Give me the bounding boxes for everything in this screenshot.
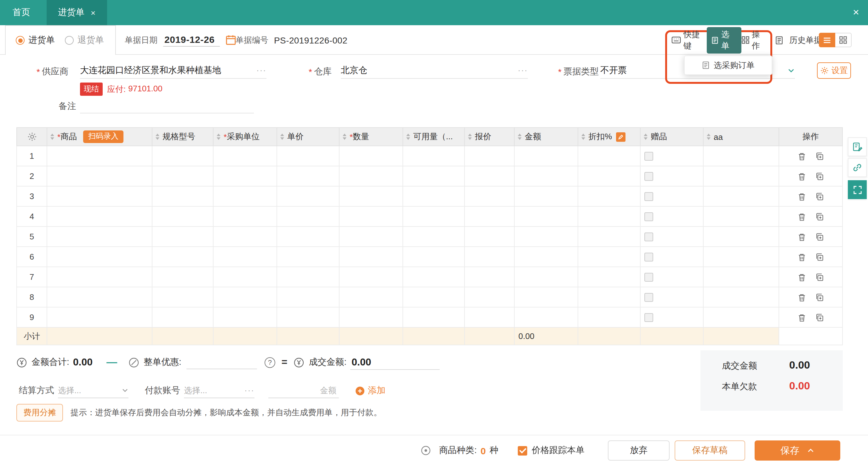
grid-cell[interactable]	[47, 226, 152, 247]
grid-cell[interactable]	[578, 287, 640, 307]
chevron-down-icon[interactable]	[787, 66, 795, 74]
window-close-icon[interactable]: ×	[844, 0, 868, 25]
grid-cell[interactable]	[403, 226, 465, 247]
list-view-button[interactable]	[819, 33, 835, 47]
gift-cell[interactable]	[640, 166, 703, 186]
grid-cell[interactable]	[578, 307, 640, 327]
shortcut-keys-button[interactable]: 快捷键	[672, 29, 707, 51]
grid-cell[interactable]	[465, 307, 514, 327]
grid-cell[interactable]	[339, 146, 403, 166]
col-amount[interactable]: 金额	[514, 128, 578, 146]
grid-cell[interactable]	[339, 166, 403, 186]
grid-cell[interactable]	[152, 247, 213, 267]
grid-cell[interactable]	[213, 287, 277, 307]
scan-entry-button[interactable]: 扫码录入	[83, 130, 123, 143]
grid-cell[interactable]	[213, 206, 277, 226]
sort-icon[interactable]	[518, 133, 522, 140]
delete-row-icon[interactable]	[798, 293, 806, 302]
date-value[interactable]: 2019-12-26	[163, 33, 219, 46]
col-quantity[interactable]: * 数量	[339, 128, 403, 146]
grid-cell[interactable]	[339, 226, 403, 247]
grid-cell[interactable]	[47, 247, 152, 267]
grid-cell[interactable]	[152, 267, 213, 287]
grid-cell[interactable]	[277, 307, 339, 327]
radio-return-out[interactable]: 退货单	[65, 35, 104, 46]
sort-icon[interactable]	[217, 133, 220, 140]
col-available[interactable]: 可用量（...	[403, 128, 465, 146]
grid-cell[interactable]	[578, 206, 640, 226]
delete-row-icon[interactable]	[798, 192, 806, 201]
pay-account-select[interactable]: 选择... ···	[184, 383, 254, 398]
tab-close-icon[interactable]: ×	[91, 8, 95, 17]
col-quote[interactable]: 报价	[465, 128, 514, 146]
fee-allocation-button[interactable]: 费用分摊	[17, 404, 63, 422]
settings-button[interactable]: 设置	[817, 62, 851, 79]
price-track-option[interactable]: 价格跟踪本单	[518, 435, 585, 465]
grid-cell[interactable]	[578, 226, 640, 247]
select-order-button[interactable]: 选单	[707, 27, 741, 53]
pay-account-more-icon[interactable]: ···	[244, 385, 254, 395]
grid-cell[interactable]	[514, 287, 578, 307]
sort-icon[interactable]	[343, 133, 346, 140]
supplier-field[interactable]: 大连花园口经济区景和水果种植基地 ···	[80, 62, 267, 79]
radio-purchase-in[interactable]: 进货单	[16, 35, 55, 46]
gift-cell[interactable]	[640, 206, 703, 226]
gift-cell[interactable]	[640, 247, 703, 267]
gift-checkbox[interactable]	[644, 253, 653, 262]
gift-checkbox[interactable]	[644, 233, 653, 242]
delete-row-icon[interactable]	[798, 232, 806, 242]
history-button[interactable]: 历史单据	[775, 25, 822, 55]
gift-cell[interactable]	[640, 226, 703, 247]
grid-cell[interactable]	[514, 247, 578, 267]
gift-checkbox[interactable]	[644, 152, 653, 161]
warehouse-more-icon[interactable]: ···	[518, 65, 528, 75]
grid-cell[interactable]	[339, 267, 403, 287]
grid-cell[interactable]	[514, 166, 578, 186]
pay-amount-input[interactable]: 金额	[268, 383, 339, 398]
grid-cell[interactable]	[465, 186, 514, 206]
grid-cell[interactable]	[277, 226, 339, 247]
notes-tool-button[interactable]	[848, 137, 867, 156]
delete-row-icon[interactable]	[798, 212, 806, 221]
grid-cell[interactable]	[47, 166, 152, 186]
sort-icon[interactable]	[581, 133, 585, 140]
grid-cell[interactable]	[47, 267, 152, 287]
copy-row-icon[interactable]	[815, 212, 824, 221]
grid-cell[interactable]	[578, 247, 640, 267]
col-spec[interactable]: 规格型号	[152, 128, 213, 146]
grid-cell[interactable]	[703, 186, 779, 206]
grid-cell[interactable]	[213, 186, 277, 206]
grid-cell[interactable]	[213, 267, 277, 287]
grid-cell[interactable]	[403, 206, 465, 226]
grid-cell[interactable]	[465, 267, 514, 287]
grid-cell[interactable]	[578, 267, 640, 287]
grid-cell[interactable]	[403, 146, 465, 166]
grid-cell[interactable]	[339, 287, 403, 307]
remark-input[interactable]	[80, 97, 254, 114]
gift-cell[interactable]	[640, 267, 703, 287]
delete-row-icon[interactable]	[798, 152, 806, 161]
chevron-up-icon[interactable]	[807, 447, 814, 454]
grid-cell[interactable]	[213, 166, 277, 186]
grid-cell[interactable]	[339, 307, 403, 327]
grid-cell[interactable]	[578, 166, 640, 186]
grid-cell[interactable]	[277, 186, 339, 206]
col-product[interactable]: * 商品 扫码录入	[47, 128, 152, 146]
grid-cell[interactable]	[152, 146, 213, 166]
grid-cell[interactable]	[403, 307, 465, 327]
gift-checkbox[interactable]	[644, 313, 653, 322]
gift-cell[interactable]	[640, 307, 703, 327]
tab-purchase-order[interactable]: 进货单 ×	[46, 0, 107, 25]
grid-cell[interactable]	[213, 146, 277, 166]
grid-cell[interactable]	[47, 206, 152, 226]
gift-checkbox[interactable]	[644, 273, 653, 282]
warehouse-field[interactable]: 北京仓 ···	[341, 62, 528, 79]
operations-button[interactable]: 操作	[741, 29, 767, 51]
settle-method-select[interactable]: 选择...	[58, 383, 128, 398]
grid-cell[interactable]	[152, 166, 213, 186]
grid-cell[interactable]	[277, 206, 339, 226]
grid-cell[interactable]	[578, 186, 640, 206]
grid-cell[interactable]	[703, 267, 779, 287]
column-settings-gear[interactable]	[17, 128, 47, 146]
gift-cell[interactable]	[640, 287, 703, 307]
